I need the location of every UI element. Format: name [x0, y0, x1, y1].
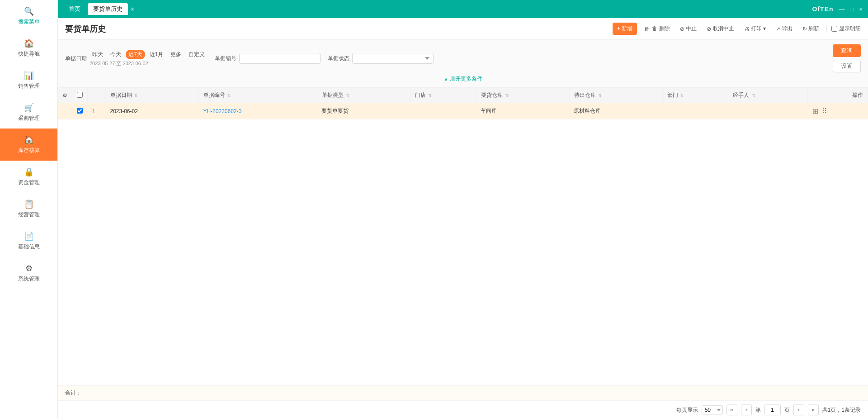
page-number-input[interactable]	[764, 405, 781, 415]
pending-warehouse-sort-icon: ⇅	[598, 93, 602, 98]
topbar-right: OfTEn — □ ×	[812, 5, 863, 13]
delete-button[interactable]: 🗑 🗑 删除	[642, 23, 672, 34]
first-page-button[interactable]: «	[726, 405, 737, 415]
row-doc-no-cell[interactable]: YH-20230602-0	[198, 103, 317, 119]
date-pill-7days[interactable]: 近7天	[126, 50, 145, 59]
sidebar-item-quick-nav[interactable]: 🏠 快捷导航	[0, 32, 57, 64]
cancel-stop-icon: ⊘	[707, 26, 711, 32]
doc-no-label: 单据编号	[215, 55, 236, 62]
doc-type-col-header[interactable]: 单据类型 ⇅	[317, 88, 410, 103]
print-icon: 🖨	[744, 26, 750, 32]
content-area: 要货单历史 + 新增 🗑 🗑 删除 ⊘ 中止 ⊘ 取消中止 🖨 打印 ▾	[58, 18, 868, 419]
cancel-stop-button[interactable]: ⊘ 取消中止	[704, 23, 737, 34]
sidebar-item-label: 系统管理	[18, 275, 40, 283]
date-pill-yesterday[interactable]: 昨天	[90, 50, 106, 59]
pending-warehouse-col-header[interactable]: 待出仓库 ⇅	[569, 88, 662, 103]
table-container: ⚙ 单据日期 ⇅ 单据编号 ⇅	[58, 88, 868, 385]
show-detail-checkbox-label[interactable]: 显示明细	[831, 25, 861, 33]
doc-no-filter-group: 单据编号	[215, 53, 321, 64]
date-pill-today[interactable]: 今天	[108, 50, 124, 59]
status-label: 单据状态	[328, 55, 349, 62]
doc-no-link[interactable]: YH-20230602-0	[203, 108, 241, 114]
sidebar-item-finance[interactable]: 🔒 资金管理	[0, 161, 57, 193]
clipboard-icon: 📋	[24, 199, 34, 209]
table-settings-icon[interactable]: ⚙	[62, 92, 67, 99]
row-store-cell	[410, 103, 476, 119]
sidebar-item-label: 采购管理	[18, 114, 40, 122]
page-title: 要货单历史	[65, 24, 609, 34]
date-sort-icon: ⇅	[134, 93, 138, 98]
new-button[interactable]: + 新增	[613, 23, 637, 35]
table-footer: 合计：	[58, 385, 868, 400]
sidebar-item-purchase[interactable]: 🛒 采购管理	[0, 96, 57, 129]
pagination: 每页显示 50 10 20 100 « ‹ 第 页 › » 共1页，1条记录	[58, 400, 868, 419]
print-button[interactable]: 🖨 打印 ▾	[741, 23, 769, 34]
doc-no-col-header[interactable]: 单据编号 ⇅	[198, 88, 317, 103]
tab-home[interactable]: 首页	[63, 3, 86, 15]
expand-more-button[interactable]: ∨ 展开更多条件	[65, 75, 861, 83]
row-edit-icon[interactable]: ⊞	[812, 107, 818, 115]
store-col-header[interactable]: 门店 ⇅	[410, 88, 476, 103]
gear-icon: ⚙	[25, 263, 33, 273]
date-col-header[interactable]: 单据日期 ⇅	[106, 88, 199, 103]
topbar: 首页 要货单历史 × OfTEn — □ ×	[58, 0, 868, 18]
row-actions-cell: ⊞ ⠿	[808, 103, 868, 119]
row-checkbox[interactable]	[77, 108, 83, 114]
window-minimize-icon[interactable]: —	[839, 6, 845, 13]
tab-close-icon[interactable]: ×	[131, 5, 134, 13]
row-pending-warehouse-cell: 原材料仓库	[569, 103, 662, 119]
date-pill-custom[interactable]: 自定义	[186, 50, 208, 59]
stop-icon: ⊘	[680, 26, 684, 32]
sidebar-item-basic-info[interactable]: 📄 基础信息	[0, 225, 57, 257]
next-page-button[interactable]: ›	[793, 405, 804, 415]
sidebar-item-label: 销售管理	[18, 82, 40, 90]
status-select[interactable]	[352, 53, 434, 64]
sidebar-item-search[interactable]: 🔍 搜索菜单	[0, 0, 57, 32]
last-page-button[interactable]: »	[808, 405, 819, 415]
sidebar: 🔍 搜索菜单 🏠 快捷导航 📊 销售管理 🛒 采购管理 🏠 库存核算 🔒 资金管…	[0, 0, 58, 419]
export-button[interactable]: ↗ 导出	[773, 23, 795, 34]
handler-col-header[interactable]: 经手人 ⇅	[728, 88, 808, 103]
refresh-button[interactable]: ↻ 刷新	[800, 23, 822, 34]
search-icon: 🔍	[24, 6, 34, 16]
lock-icon: 🔒	[24, 167, 34, 177]
page-header: 要货单历史 + 新增 🗑 🗑 删除 ⊘ 中止 ⊘ 取消中止 🖨 打印 ▾	[58, 18, 868, 40]
department-col-header[interactable]: 部门 ⇅	[662, 88, 728, 103]
tab-active[interactable]: 要货单历史	[88, 3, 128, 15]
doc-no-sort-icon: ⇅	[227, 93, 231, 98]
date-pill-more[interactable]: 更多	[168, 50, 184, 59]
checkbox-col-header[interactable]	[72, 88, 88, 103]
sidebar-item-inventory[interactable]: 🏠 库存核算	[0, 129, 57, 161]
doc-icon: 📄	[24, 231, 34, 241]
date-range-display: 2023-05-27 至 2023-06-02	[90, 60, 208, 67]
sidebar-item-label: 基础信息	[18, 243, 40, 251]
filter-row-1: 单据日期 昨天 今天 近7天 近1月 更多 自定义 2023-05-27 至 2…	[65, 44, 861, 72]
date-filter-group: 单据日期 昨天 今天 近7天 近1月 更多 自定义 2023-05-27 至 2…	[65, 50, 208, 67]
handler-sort-icon: ⇅	[752, 93, 755, 98]
per-page-select[interactable]: 50 10 20 100	[702, 405, 723, 414]
window-maximize-icon[interactable]: □	[850, 6, 854, 13]
prev-page-button[interactable]: ‹	[741, 405, 752, 415]
row-checkbox-cell[interactable]	[72, 103, 88, 119]
setting-button[interactable]: 设置	[833, 60, 861, 72]
sidebar-item-label: 搜索菜单	[18, 18, 40, 26]
req-warehouse-col-header[interactable]: 要货仓库 ⇅	[476, 88, 569, 103]
show-detail-checkbox[interactable]	[831, 26, 837, 32]
sidebar-item-sales[interactable]: 📊 销售管理	[0, 64, 57, 96]
toolbar-divider	[826, 25, 827, 33]
row-doc-type-cell: 要货单要货	[317, 103, 410, 119]
sidebar-item-system[interactable]: ⚙ 系统管理	[0, 257, 57, 289]
status-filter-group: 单据状态	[328, 53, 434, 64]
window-close-icon[interactable]: ×	[859, 6, 863, 13]
filter-actions: 查询 设置	[833, 44, 861, 72]
date-pill-1month[interactable]: 近1月	[147, 50, 166, 59]
sidebar-item-operations[interactable]: 📋 经营管理	[0, 193, 57, 225]
select-all-checkbox[interactable]	[77, 92, 83, 98]
settings-col-header[interactable]: ⚙	[58, 88, 72, 103]
query-button[interactable]: 查询	[833, 44, 861, 57]
row-more-icon[interactable]: ⠿	[822, 107, 827, 115]
doc-no-input[interactable]	[239, 53, 321, 64]
actions-col-header: 操作	[808, 88, 868, 103]
stop-button[interactable]: ⊘ 中止	[677, 23, 699, 34]
sidebar-item-label: 资金管理	[18, 179, 40, 186]
